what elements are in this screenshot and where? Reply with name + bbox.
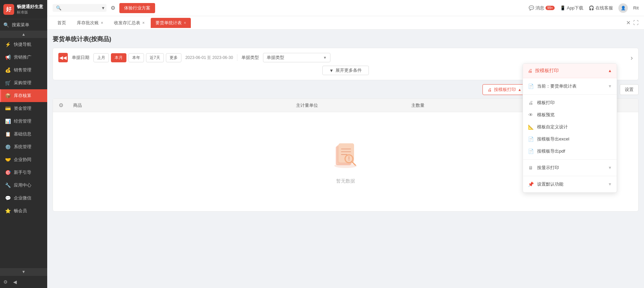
sidebar-item-label: 库存核算 bbox=[14, 93, 31, 99]
dropdown-template-custom[interactable]: 📐 模板自定义设计 bbox=[523, 121, 617, 133]
sidebar-settings-icon[interactable]: ⚙ bbox=[3, 279, 8, 285]
print-template-button[interactable]: 🖨 按模板打印 ▲ bbox=[482, 84, 527, 95]
display-print-arrow-icon: ▼ bbox=[608, 165, 612, 170]
sidebar-item-member[interactable]: ⭐ 畅会员 bbox=[0, 204, 47, 217]
tab-window-expand-btn[interactable]: ⛶ bbox=[633, 20, 639, 26]
sidebar-search[interactable]: 🔍 搜索菜单 bbox=[0, 19, 47, 31]
date-range-label: 2023-06-01 至 2023-06-30 bbox=[185, 55, 233, 61]
tab-receivable-summary[interactable]: 收发存汇总表 × bbox=[109, 18, 149, 28]
app-download-icon: 📱 bbox=[560, 5, 565, 10]
dropdown-template-print[interactable]: 🖨 模板打印 bbox=[523, 97, 617, 109]
dropdown-default-function[interactable]: 📌 设置默认功能 ▼ bbox=[523, 178, 617, 190]
expand-more-button[interactable]: ▼ 展开更多条件 bbox=[322, 66, 369, 75]
sidebar-item-marketing[interactable]: 📢 营销推广 bbox=[0, 51, 47, 64]
filter-row: ◀◀ 单据日期 上月 本月 本年 近7天 更多 2023-06-01 至 202… bbox=[58, 53, 633, 62]
dropdown-template-export-excel[interactable]: 📄 按模板导出excel bbox=[523, 133, 617, 145]
sidebar-scroll-down[interactable]: ▼ bbox=[0, 268, 47, 276]
template-custom-icon: 📐 bbox=[528, 124, 534, 130]
username-label[interactable]: Rit bbox=[633, 5, 639, 10]
online-service-button[interactable]: 🎧 在线客服 bbox=[589, 5, 613, 11]
sidebar-item-app-center[interactable]: 🔧 应用中心 bbox=[0, 179, 47, 192]
message-icon: 💬 bbox=[529, 5, 534, 10]
dropdown-header-arrow-icon: ▲ bbox=[608, 68, 612, 73]
trial-button[interactable]: 体验行业方案 bbox=[119, 3, 155, 13]
sidebar-item-label: 畅会员 bbox=[14, 208, 27, 214]
purchase-icon: 🛒 bbox=[4, 80, 11, 86]
sidebar-item-operations[interactable]: 📊 经营管理 bbox=[0, 115, 47, 128]
sidebar-item-cooperation[interactable]: 🤝 企业协同 bbox=[0, 153, 47, 166]
topbar-chevron-icon[interactable]: ▼ bbox=[101, 6, 105, 10]
finance-icon: 💳 bbox=[4, 106, 11, 111]
table-settings-icon[interactable]: ⚙ bbox=[59, 102, 63, 108]
tab-close-order-summary[interactable]: × bbox=[184, 21, 186, 25]
sidebar-item-system[interactable]: ⚙️ 系统管理 bbox=[0, 140, 47, 153]
type-filter-text: 单据类型 bbox=[267, 55, 322, 61]
inventory-icon: 📦 bbox=[4, 93, 11, 98]
template-pdf-icon: 📄 bbox=[528, 149, 534, 154]
sidebar-bottom: ⚙ ◀ bbox=[0, 276, 47, 288]
sidebar-item-finance[interactable]: 💳 资金管理 bbox=[0, 102, 47, 115]
message-button[interactable]: 💬 消息 99+ bbox=[529, 5, 555, 11]
app-logo-icon: 好 bbox=[3, 4, 14, 15]
filter-divider bbox=[237, 54, 237, 61]
dropdown-default-section: 📌 设置默认功能 ▼ bbox=[523, 176, 617, 192]
date-btn-this-year[interactable]: 本年 bbox=[128, 53, 144, 62]
expand-more-icon: ▼ bbox=[329, 68, 334, 73]
tab-batch-accounts[interactable]: 库存批次账 × bbox=[72, 18, 108, 28]
topbar-search-input[interactable] bbox=[63, 5, 100, 10]
template-excel-icon: 📄 bbox=[528, 136, 534, 142]
sidebar-item-inventory[interactable]: 📦 库存核算 bbox=[0, 89, 47, 102]
date-btn-last-month[interactable]: 上月 bbox=[93, 53, 109, 62]
tab-home[interactable]: 首页 bbox=[53, 18, 71, 28]
sidebar-scroll-up[interactable]: ▲ bbox=[0, 31, 47, 38]
sidebar-item-quick-nav[interactable]: ⚡ 快捷导航 bbox=[0, 38, 47, 51]
date-btn-this-month[interactable]: 本月 bbox=[111, 53, 126, 62]
filter-right-arrow-icon[interactable]: › bbox=[631, 54, 633, 62]
dropdown-current-item[interactable]: 📄 当前：要货单统计表 ▼ bbox=[523, 80, 617, 92]
dropdown-print-icon: 🖨 bbox=[528, 68, 532, 73]
sidebar-fold-icon[interactable]: ◀ bbox=[13, 279, 17, 285]
topbar-right: 💬 消息 99+ 📱 App下载 🎧 在线客服 👤 Rit bbox=[529, 3, 639, 13]
tab-order-summary[interactable]: 要货单统计表 × bbox=[151, 18, 191, 28]
tab-window-close-btn[interactable]: ✕ bbox=[626, 20, 631, 26]
date-btn-more[interactable]: 更多 bbox=[166, 53, 181, 62]
default-function-icon: 📌 bbox=[528, 182, 534, 187]
settings-button[interactable]: 设置 bbox=[620, 84, 639, 95]
type-filter-select[interactable]: 单据类型 ▼ bbox=[263, 53, 330, 62]
table-col-settings[interactable]: ⚙ bbox=[53, 102, 69, 108]
dropdown-current-section: 📄 当前：要货单统计表 ▼ bbox=[523, 78, 617, 95]
filter-expand-button[interactable]: ◀◀ bbox=[58, 53, 68, 62]
sidebar-item-sales[interactable]: 💰 销售管理 bbox=[0, 64, 47, 76]
headset-icon: 🎧 bbox=[589, 5, 594, 10]
dropdown-template-section: 🖨 模板打印 👁 模板预览 📐 模板自定义设计 📄 按模板导出excel 📄 bbox=[523, 95, 617, 160]
dropdown-header-content: 🖨 按模板打印 bbox=[528, 68, 559, 74]
dropdown-template-preview[interactable]: 👁 模板预览 bbox=[523, 109, 617, 121]
sidebar-item-purchase[interactable]: 🛒 采购管理 bbox=[0, 76, 47, 89]
tab-close-batch-accounts[interactable]: × bbox=[101, 21, 103, 25]
dropdown-display-print[interactable]: 🖥 按显示打印 ▼ bbox=[523, 162, 617, 174]
topbar-settings-button[interactable]: ⚙ bbox=[111, 5, 115, 11]
search-icon: 🔍 bbox=[3, 22, 9, 28]
system-icon: ⚙️ bbox=[4, 144, 11, 150]
tab-close-receivable-summary[interactable]: × bbox=[142, 21, 145, 25]
printer-icon: 🖨 bbox=[488, 87, 492, 92]
sidebar-item-basic-info[interactable]: 📋 基础信息 bbox=[0, 128, 47, 140]
sales-icon: 💰 bbox=[4, 67, 11, 73]
tabs-bar: 首页 库存批次账 × 收发存汇总表 × 要货单统计表 × ✕ ⛶ bbox=[47, 16, 644, 30]
app-center-icon: 🔧 bbox=[4, 183, 11, 188]
sidebar-item-label: 应用中心 bbox=[14, 182, 31, 188]
current-template-icon: 📄 bbox=[528, 84, 534, 89]
print-dropdown-menu: 🖨 按模板打印 ▲ 📄 当前：要货单统计表 ▼ 🖨 模板打印 👁 bbox=[523, 63, 617, 193]
dropdown-current-label: 当前：要货单统计表 bbox=[537, 83, 577, 89]
dropdown-template-export-pdf[interactable]: 📄 按模板导出pdf bbox=[523, 145, 617, 157]
sidebar-item-guide[interactable]: 🎯 新手引导 bbox=[0, 166, 47, 179]
user-avatar[interactable]: 👤 bbox=[618, 3, 628, 13]
date-btn-7days[interactable]: 近7天 bbox=[146, 53, 164, 62]
dropdown-header[interactable]: 🖨 按模板打印 ▲ bbox=[523, 64, 617, 78]
date-buttons-group: 上月 本月 本年 近7天 更多 bbox=[93, 53, 181, 62]
sidebar-item-wechat[interactable]: 💬 企业微信 bbox=[0, 192, 47, 204]
sidebar-item-label: 营销推广 bbox=[14, 54, 31, 60]
app-download-button[interactable]: 📱 App下载 bbox=[560, 5, 583, 11]
topbar-search-box[interactable]: 🔍 ▼ bbox=[53, 4, 107, 12]
sidebar-item-label: 采购管理 bbox=[14, 80, 31, 86]
